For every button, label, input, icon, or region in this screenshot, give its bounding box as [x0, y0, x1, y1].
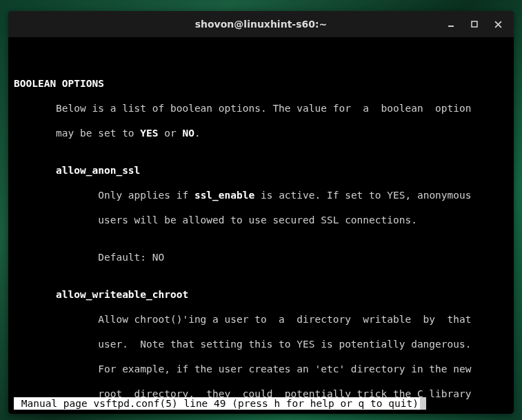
section-header: BOOLEAN OPTIONS	[14, 77, 508, 90]
pager-status-line: Manual page vsftpd.conf(5) line 49 (pres…	[14, 397, 420, 410]
minimize-icon	[448, 21, 454, 28]
man-line: Default: NO	[14, 251, 508, 263]
man-line: user. Note that setting this to YES is p…	[14, 338, 508, 350]
man-line: Below is a list of boolean options. The …	[14, 102, 508, 114]
option-name: allow_anon_ssl	[14, 164, 508, 177]
terminal-cursor	[420, 397, 426, 410]
man-line: into loading a user-created configuratio…	[14, 412, 508, 414]
man-line: users will be allowed to use secured SSL…	[14, 214, 508, 226]
terminal-window: shovon@linuxhint-s60:~ BOOLEAN OPTIONS B…	[8, 11, 514, 414]
terminal-content[interactable]: BOOLEAN OPTIONS Below is a list of boole…	[8, 37, 514, 414]
titlebar[interactable]: shovon@linuxhint-s60:~	[8, 11, 514, 37]
man-line: may be set to YES or NO.	[14, 127, 508, 139]
svg-rect-0	[448, 26, 454, 27]
option-name: allow_writeable_chroot	[14, 288, 508, 301]
minimize-button[interactable]	[439, 12, 463, 36]
close-icon	[494, 21, 502, 28]
maximize-icon	[471, 21, 478, 28]
close-button[interactable]	[486, 12, 510, 36]
man-line: Allow chroot()'ing a user to a directory…	[14, 313, 508, 326]
man-line: For example, if the user creates an 'etc…	[14, 363, 508, 375]
maximize-button[interactable]	[463, 12, 486, 36]
window-title: shovon@linuxhint-s60:~	[195, 19, 328, 30]
svg-rect-1	[472, 21, 477, 27]
man-line: Only applies if ssl_enable is active. If…	[14, 189, 508, 201]
window-controls	[439, 11, 510, 37]
